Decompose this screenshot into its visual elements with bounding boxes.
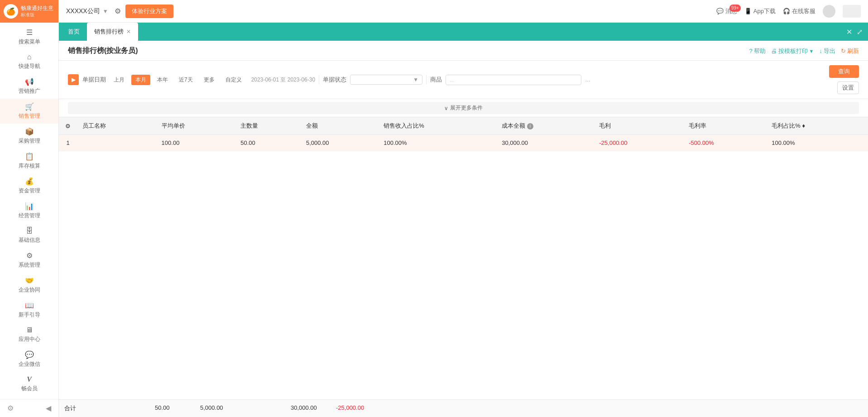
help-btn[interactable]: ? 帮助 (749, 47, 765, 55)
col-qty: 主数量 (235, 117, 301, 135)
date-option-current-month[interactable]: 本月 (131, 75, 150, 85)
maximize-icon[interactable]: ⤢ (857, 28, 863, 36)
topbar-settings-icon[interactable]: ⚙ (115, 7, 121, 15)
export-icon: ↓ (820, 48, 823, 54)
sidebar-collapse-icon[interactable]: ◀ (46, 404, 51, 412)
sidebar-item-enterprise[interactable]: 🤝 企业协同 (0, 273, 58, 297)
headset-icon: 🎧 (783, 8, 790, 14)
status-select[interactable]: ▼ (350, 75, 422, 85)
goods-input[interactable]: ... (446, 75, 581, 85)
col-amount: 全额 (301, 117, 378, 135)
refresh-btn[interactable]: ↻ 刷新 (841, 47, 859, 55)
user-avatar[interactable] (823, 5, 835, 18)
help-icon: ? (749, 48, 752, 54)
app-center-icon: 🖥 (26, 326, 33, 334)
user-name-placeholder (843, 5, 861, 18)
close-window-icon[interactable]: ✕ (846, 28, 852, 36)
col-avg-price: 平均单价 (156, 117, 235, 135)
table-header-row: ⚙ 员工名称 平均单价 主数量 全额 销售收入占比% 成本全额 i 毛利 毛利率… (59, 117, 868, 135)
footer-profit: -25,000.00 (336, 404, 372, 412)
sidebar-item-basic-info[interactable]: 🗄 基础信息 (0, 223, 58, 248)
tab-home-label: 首页 (68, 28, 80, 36)
sidebar-item-label: 资金管理 (19, 187, 40, 195)
footer-label: 合计 (64, 404, 101, 412)
sidebar-item-label: 搜索菜单 (19, 38, 40, 46)
sidebar-item-operations[interactable]: 📊 经营管理 (0, 198, 58, 223)
sidebar-item-inventory[interactable]: 📋 库存核算 (0, 149, 58, 173)
tab-home[interactable]: 首页 (61, 23, 87, 41)
cost-info-icon[interactable]: i (527, 123, 533, 129)
col-profit-rate: 毛利率 (683, 117, 766, 135)
sidebar-item-wechat[interactable]: 💬 企业微信 (0, 347, 58, 372)
expand-filters-btn[interactable]: ∨ 展开更多条件 (68, 102, 859, 114)
refresh-icon: ↻ (841, 48, 846, 54)
logo-title: 畅康通好生意 (21, 5, 53, 12)
sidebar-item-search[interactable]: ☰ 搜索菜单 (0, 24, 58, 49)
sidebar-item-finance[interactable]: 💰 资金管理 (0, 173, 58, 198)
date-filter: 上月 本月 本年 近7天 更多 自定义 (110, 75, 246, 85)
tabbar-actions: ✕ ⤢ (846, 28, 868, 36)
online-service-btn[interactable]: 🎧 在线客服 (783, 7, 815, 15)
expand-filters-row: ∨ 展开更多条件 (59, 99, 868, 117)
more-filters-btn[interactable]: … (585, 77, 590, 83)
trial-button[interactable]: 体验行业方案 (125, 5, 173, 18)
sidebar-item-quick-nav[interactable]: ⌂ 快捷导航 (0, 49, 58, 74)
date-range-display: 2023-06-01 至 2023-06-30 (251, 76, 315, 84)
sidebar-settings-icon[interactable]: ⚙ (7, 404, 14, 412)
sidebar-item-label: 企业微信 (19, 360, 40, 368)
main-area: XXXXX公司 ▼ ⚙ 体验行业方案 💬 消息 99+ 📱 App下载 🎧 在线… (59, 0, 868, 417)
expand-label: 展开更多条件 (450, 104, 483, 112)
filter-bar: ▶ 单据日期 上月 本月 本年 近7天 更多 自定义 2023-06-01 至 … (59, 61, 868, 99)
cell-avg-price: 100.00 (156, 135, 235, 151)
topbar-right: 💬 消息 99+ 📱 App下载 🎧 在线客服 (716, 5, 861, 18)
service-label: 在线客服 (792, 7, 815, 15)
footer-spacer2 (245, 404, 282, 412)
sidebar-item-label: 系统管理 (19, 261, 40, 269)
sidebar-item-label: 库存核算 (19, 162, 40, 170)
table-footer: 合计 50.00 5,000.00 30,000.00 -25,000.00 (59, 399, 868, 417)
app-download-btn[interactable]: 📱 App下载 (744, 7, 776, 15)
filter-toggle-btn[interactable]: ▶ (68, 74, 79, 85)
sidebar-item-sales[interactable]: 🛒 销售管理 (0, 99, 58, 124)
sidebar-item-guide[interactable]: 📖 新手引导 (0, 297, 58, 322)
sidebar-item-label: 采购管理 (19, 137, 40, 145)
page-title: 销售排行榜(按业务员) (68, 46, 138, 60)
sidebar-bottom: ⚙ ◀ (0, 399, 58, 417)
purchase-icon: 📦 (25, 127, 34, 136)
sidebar-item-label: 营销推广 (19, 87, 40, 95)
tab-close-icon[interactable]: ✕ (126, 29, 131, 35)
sidebar-item-purchase[interactable]: 📦 采购管理 (0, 124, 58, 149)
sidebar-item-label: 新手引导 (19, 311, 40, 319)
filter-settings-button[interactable]: 设置 (837, 81, 859, 94)
goods-input-placeholder: ... (450, 77, 455, 83)
date-option-custom[interactable]: 自定义 (221, 75, 246, 85)
page-actions: ? 帮助 🖨 按模板打印 ▼ ↓ 导出 ↻ 刷新 (749, 47, 859, 60)
sidebar-item-marketing[interactable]: 📢 营销推广 (0, 74, 58, 99)
sidebar-item-app-center[interactable]: 🖥 应用中心 (0, 322, 58, 347)
date-option-current-year[interactable]: 本年 (153, 75, 172, 85)
col-settings[interactable]: ⚙ (59, 117, 77, 135)
date-option-prev-month[interactable]: 上月 (110, 75, 129, 85)
cell-profit-rate: -500.00% (683, 135, 766, 151)
status-select-arrow: ▼ (413, 77, 418, 83)
table-area: ⚙ 员工名称 平均单价 主数量 全额 销售收入占比% 成本全额 i 毛利 毛利率… (59, 117, 868, 399)
date-option-7days[interactable]: 近7天 (175, 75, 197, 85)
company-selector[interactable]: XXXXX公司 ▼ (66, 7, 108, 15)
print-btn[interactable]: 🖨 按模板打印 ▼ (771, 47, 814, 55)
basic-info-icon: 🗄 (26, 227, 33, 235)
operations-icon: 📊 (25, 202, 34, 211)
cell-amount: 5,000.00 (301, 135, 378, 151)
sidebar-item-label: 快捷导航 (19, 62, 40, 70)
logo-subtitle: 标准版 (21, 12, 53, 18)
message-btn[interactable]: 💬 消息 99+ (716, 7, 737, 15)
sidebar: 🍊 畅康通好生意 标准版 ☰ 搜索菜单 ⌂ 快捷导航 📢 营销推广 🛒 销售管理… (0, 0, 59, 417)
query-button[interactable]: 查询 (829, 65, 859, 78)
col-profit: 毛利 (594, 117, 683, 135)
sidebar-logo: 🍊 畅康通好生意 标准版 (0, 0, 58, 23)
sidebar-item-system[interactable]: ⚙ 系统管理 (0, 248, 58, 273)
tab-sales-ranking[interactable]: 销售排行榜 ✕ (87, 23, 138, 41)
sidebar-item-vip[interactable]: V 畅会员 (0, 372, 58, 396)
col-cost: 成本全额 i (496, 117, 594, 135)
date-option-more[interactable]: 更多 (200, 75, 219, 85)
export-btn[interactable]: ↓ 导出 (820, 47, 836, 55)
